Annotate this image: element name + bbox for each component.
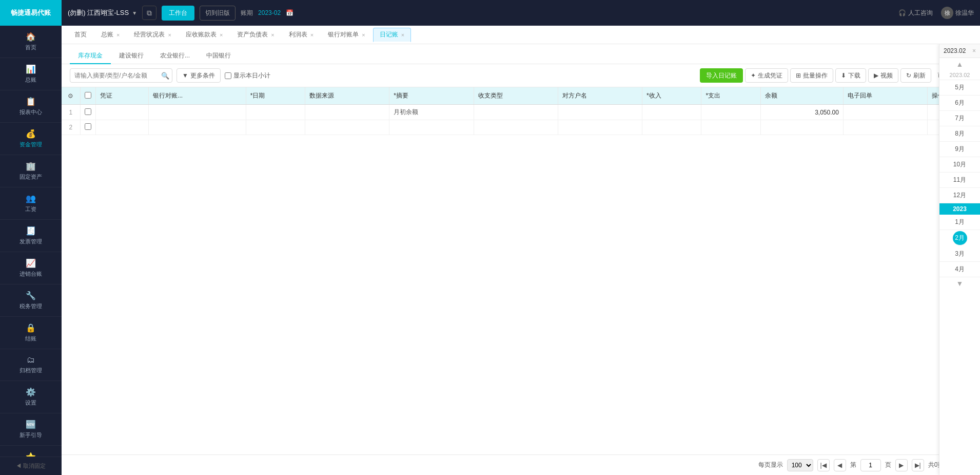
sidebar-item-settings[interactable]: ⚙️ 设置 [0,381,62,413]
calendar-icon[interactable]: 📅 [286,9,293,16]
tab-bar: 首页 总账 × 经营状况表 × 应收账款表 × 资产负债表 × 利润表 × [62,26,980,44]
customer-service[interactable]: 🎧 人工咨询 [898,9,933,17]
import-journal-button[interactable]: 导入日记账 [700,68,743,83]
close-tab-general[interactable]: × [116,32,120,38]
video-button[interactable]: ▶ 视频 [868,68,898,83]
sidebar-item-closing[interactable]: 🔒 结账 [0,317,62,349]
tab-journal[interactable]: 日记账 × [373,28,411,42]
tab-operation[interactable]: 经营状况表 × [127,28,178,42]
sub-tab-agriculture[interactable]: 农业银行... [152,48,198,64]
close-tab-operation[interactable]: × [168,32,171,38]
download-button[interactable]: ⬇ 下载 [835,68,866,83]
search-icon[interactable]: 🔍 [161,72,169,80]
sidebar-item-archive[interactable]: 🗂 归档管理 [0,349,62,381]
sub-tab-cash[interactable]: 库存现金 [70,48,111,64]
table-row: 2 [62,120,980,135]
scroll-down-button[interactable]: ▼ [939,277,980,290]
last-page-button[interactable]: ▶| [912,459,924,471]
sidebar-item-sales[interactable]: 📈 进销台账 [0,252,62,284]
th-bank-reconcile: 银行对账... [149,87,246,105]
page-label: 第 [850,461,856,469]
tab-profit[interactable]: 利润表 × [282,28,320,42]
vip-icon: ⭐ [26,452,36,457]
close-tab-journal[interactable]: × [401,32,404,38]
close-tab-receivable[interactable]: × [220,32,223,38]
sidebar-item-fixed-assets[interactable]: 🏢 固定资产 [0,155,62,187]
close-tab-assets[interactable]: × [271,32,274,38]
scroll-up-button[interactable]: ▲ [939,58,980,70]
batch-op-button[interactable]: ⊞ 批量操作 [790,68,833,83]
cell-bank-2 [149,120,246,135]
sidebar-item-invoice[interactable]: 🧾 发票管理 [0,220,62,252]
workspace-button[interactable]: 工作台 [162,6,194,21]
search-input[interactable] [70,68,172,83]
old-version-button[interactable]: 切到旧版 [200,6,236,21]
tax-icon: 🔧 [26,291,36,300]
month-4-current[interactable]: 4月 [939,262,980,277]
sidebar: 畅捷通易代账 🏠 首页 📊 总账 📋 报表中心 💰 资金管理 🏢 固定资产 [0,0,62,475]
sidebar-item-reports[interactable]: 📋 报表中心 [0,90,62,123]
sidebar-item-vip[interactable]: ⭐ 畅会员 [0,446,62,457]
month-6-prev[interactable]: 6月 [939,96,980,111]
settings-icon: ⚙️ [26,387,36,397]
sidebar-item-general[interactable]: 📊 总账 [0,58,62,90]
month-9-prev[interactable]: 9月 [939,142,980,157]
month-8-prev[interactable]: 8月 [939,126,980,142]
sidebar-item-payroll[interactable]: 👥 工资 [0,187,62,220]
per-page-select[interactable]: 100 50 200 [787,459,813,471]
sidebar-item-guide[interactable]: 🆕 新手引导 [0,413,62,446]
tab-receivable[interactable]: 应收账款表 × [179,28,229,42]
row-checkbox-1[interactable] [80,105,95,120]
table-checkbox-header[interactable] [80,87,95,105]
month-2-current[interactable]: 2月 [953,231,967,245]
sub-tab-china[interactable]: 中国银行 [198,48,239,64]
gen-voucher-button[interactable]: ✦ 生成凭证 [745,68,788,83]
month-5-prev[interactable]: 5月 [939,80,980,96]
user-profile[interactable]: 徐 徐温华 [941,7,974,19]
period-value[interactable]: 2023-02 [258,9,281,16]
tab-bank-reconcile[interactable]: 银行对账单 × [321,28,371,42]
invoice-icon: 🧾 [26,226,36,236]
tab-home[interactable]: 首页 [68,28,93,42]
table-settings-icon[interactable]: ⚙ [62,87,80,105]
refresh-button[interactable]: ↻ 刷新 [900,68,931,83]
row-checkbox-2[interactable] [80,120,95,135]
month-7-prev[interactable]: 7月 [939,111,980,126]
close-date-panel-button[interactable]: × [972,47,976,54]
copy-icon-button[interactable]: ⧉ [142,6,156,20]
sub-tab-bar: 库存现金 建设银行 农业银行... 中国银行 [62,44,980,64]
month-1-current[interactable]: 1月 [939,215,980,230]
prev-page-button[interactable]: ◀ [834,459,846,471]
close-tab-bank-reconcile[interactable]: × [362,32,365,38]
page-input[interactable] [860,459,881,471]
select-all-checkbox[interactable] [85,92,91,99]
next-page-button[interactable]: ▶ [895,459,908,471]
show-daily-checkbox-label[interactable]: 显示本日小计 [225,71,270,80]
chevron-down-icon: ▼ [132,10,137,16]
month-11-prev[interactable]: 11月 [939,173,980,188]
sidebar-item-home[interactable]: 🏠 首页 [0,26,62,58]
sidebar-item-tax[interactable]: 🔧 税务管理 [0,284,62,317]
close-tab-profit[interactable]: × [310,32,313,38]
unpin-sidebar[interactable]: ◀ 取消固定 [0,457,62,475]
filter-button[interactable]: ▼ 更多条件 [177,68,221,83]
sub-tab-construction[interactable]: 建设银行 [111,48,152,64]
cell-balance-2 [760,120,843,135]
archive-icon: 🗂 [27,355,35,365]
first-page-button[interactable]: |◀ [817,459,830,471]
cell-ereceipt-1 [843,105,927,120]
tab-general[interactable]: 总账 × [94,28,126,42]
month-3-current[interactable]: 3月 [939,246,980,262]
sidebar-item-capital[interactable]: 💰 资金管理 [0,123,62,155]
cell-income-type-2 [474,120,558,135]
show-daily-checkbox[interactable] [225,72,231,79]
payroll-icon: 👥 [26,194,36,203]
tab-assets[interactable]: 资产负债表 × [230,28,281,42]
month-10-prev[interactable]: 10月 [939,157,980,173]
gen-voucher-icon: ✦ [751,72,756,79]
cell-counterpart-2 [558,120,642,135]
company-selector[interactable]: (勿删) 江西翊宝-LSS ▼ [68,8,137,17]
month-12-prev[interactable]: 12月 [939,188,980,203]
sidebar-nav: 🏠 首页 📊 总账 📋 报表中心 💰 资金管理 🏢 固定资产 👥 工资 [0,26,62,457]
video-icon: ▶ [874,72,878,79]
